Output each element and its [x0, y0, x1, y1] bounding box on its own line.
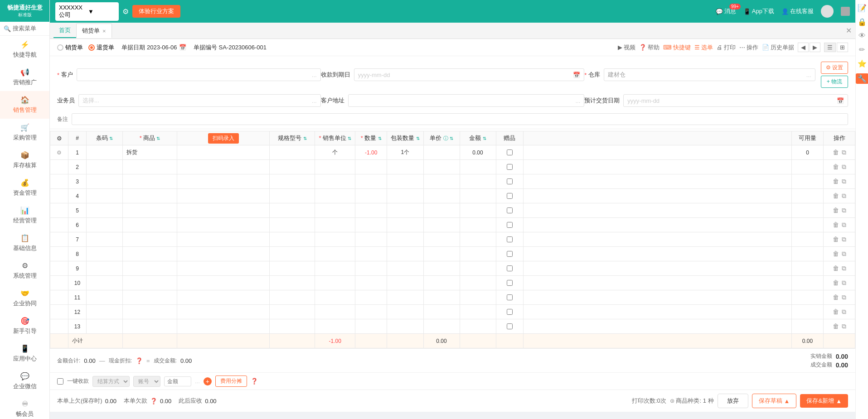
cell-amount[interactable]: 0.00: [460, 145, 496, 160]
logistics-btn[interactable]: + 物流+ 物流: [821, 76, 848, 88]
cell-unit[interactable]: [315, 160, 355, 174]
gift-checkbox[interactable]: [507, 265, 513, 271]
cell-spec[interactable]: [270, 319, 315, 334]
cell-amount[interactable]: [460, 305, 496, 319]
cell-amount[interactable]: [460, 290, 496, 305]
cell-product[interactable]: [123, 290, 177, 305]
trial-btn[interactable]: 体验行业方案: [132, 5, 180, 18]
cell-gift[interactable]: [496, 160, 523, 174]
cell-amount[interactable]: [460, 203, 496, 218]
sidebar-item-system[interactable]: ⚙ 系统管理: [0, 257, 49, 284]
copy-icon[interactable]: ⧉: [842, 236, 846, 243]
radio-sales[interactable]: 销货单: [57, 43, 83, 52]
copy-icon[interactable]: ⧉: [842, 149, 846, 156]
sidebar-item-capital[interactable]: 💰 资金管理: [0, 174, 49, 202]
cell-gift[interactable]: [496, 145, 523, 160]
gift-checkbox[interactable]: [507, 164, 513, 170]
amount-input[interactable]: [164, 376, 191, 386]
copy-icon[interactable]: ⧉: [842, 221, 846, 229]
cell-gift[interactable]: [496, 261, 523, 276]
delete-icon[interactable]: 🗑: [833, 221, 839, 229]
cell-gear[interactable]: ⚙: [50, 145, 68, 160]
cell-pack-qty[interactable]: [387, 203, 423, 218]
price-info-icon[interactable]: ⓘ: [443, 135, 448, 141]
operation-btn[interactable]: ⋯ 操作: [739, 43, 758, 52]
copy-icon[interactable]: ⧉: [842, 308, 846, 316]
sidebar-item-guide[interactable]: 🎯 新手引导: [0, 312, 49, 340]
sort-icon-pack[interactable]: ⇅: [416, 136, 420, 141]
delete-icon[interactable]: 🗑: [833, 236, 839, 243]
copy-icon[interactable]: ⧉: [842, 323, 846, 330]
payment-method-select[interactable]: 结算方式: [92, 376, 130, 387]
tab-close-all-btn[interactable]: ✕: [846, 26, 852, 35]
delete-icon[interactable]: 🗑: [833, 149, 839, 156]
sidebar-item-app-center[interactable]: 📱 应用中心: [0, 340, 49, 367]
delete-icon[interactable]: 🗑: [833, 163, 839, 171]
expected-date-input[interactable]: yyyy-mm-dd 📅: [623, 94, 848, 107]
gift-checkbox[interactable]: [507, 309, 513, 315]
sort-icon-amount[interactable]: ⇅: [483, 136, 486, 141]
expense-btn[interactable]: 费用分摊: [215, 376, 247, 387]
cell-spec[interactable]: [270, 261, 315, 276]
cell-unit[interactable]: [315, 290, 355, 305]
cell-price[interactable]: [423, 203, 460, 218]
address-input[interactable]: ...: [348, 94, 585, 107]
cell-price[interactable]: [423, 319, 460, 334]
cell-gift[interactable]: [496, 276, 523, 290]
sidebar-item-marketing[interactable]: 📢 营销推广: [0, 63, 49, 91]
cell-barcode[interactable]: [87, 319, 123, 334]
copy-icon[interactable]: ⧉: [842, 192, 846, 200]
cell-price[interactable]: [423, 276, 460, 290]
discount-help-icon[interactable]: ❓: [136, 357, 143, 364]
sidebar-item-purchase[interactable]: 🛒 采购管理: [0, 119, 49, 146]
cell-product[interactable]: [123, 160, 177, 174]
cell-pack-qty[interactable]: [387, 261, 423, 276]
sort-icon-unit[interactable]: ⇅: [348, 136, 351, 141]
customer-input[interactable]: ...: [77, 68, 321, 81]
rp-icon-3[interactable]: 👁: [858, 32, 866, 40]
tab-home[interactable]: 首页: [53, 24, 76, 38]
calendar-icon-2[interactable]: 📅: [573, 72, 580, 78]
cell-product[interactable]: [123, 319, 177, 334]
cell-product[interactable]: [123, 305, 177, 319]
company-selector[interactable]: XXXXXX公司 ▼: [55, 2, 119, 21]
cell-barcode[interactable]: [87, 261, 123, 276]
cell-product[interactable]: [123, 218, 177, 232]
cell-qty[interactable]: [355, 319, 387, 334]
cell-gift[interactable]: [496, 290, 523, 305]
cell-product[interactable]: [123, 247, 177, 261]
cell-barcode[interactable]: [87, 232, 123, 247]
discard-btn[interactable]: 放弃: [718, 394, 748, 408]
rp-icon-4[interactable]: ✏: [859, 45, 865, 54]
sort-icon-qty[interactable]: ⇅: [378, 136, 382, 141]
cell-unit[interactable]: [315, 305, 355, 319]
cell-gift[interactable]: [496, 189, 523, 203]
cell-qty[interactable]: [355, 218, 387, 232]
sidebar-item-quick-nav[interactable]: ⚡ 快捷导航: [0, 36, 49, 63]
copy-icon[interactable]: ⧉: [842, 207, 846, 214]
prev-btn[interactable]: ◀: [798, 43, 809, 52]
gift-checkbox[interactable]: [507, 251, 513, 257]
delete-icon[interactable]: 🗑: [833, 323, 839, 330]
cell-pack-qty[interactable]: [387, 232, 423, 247]
gift-checkbox[interactable]: [507, 207, 513, 213]
cell-barcode[interactable]: [87, 145, 123, 160]
cell-pack-qty[interactable]: [387, 247, 423, 261]
delete-icon[interactable]: 🗑: [833, 265, 839, 272]
cell-qty[interactable]: [355, 247, 387, 261]
cell-qty[interactable]: [355, 160, 387, 174]
video-btn[interactable]: ▶ 视频: [618, 43, 635, 52]
warehouse-input[interactable]: 建材仓 ...: [604, 68, 815, 81]
gift-checkbox[interactable]: [507, 178, 513, 184]
next-btn[interactable]: ▶: [810, 43, 820, 52]
cell-spec[interactable]: [270, 247, 315, 261]
cell-qty[interactable]: [355, 290, 387, 305]
cell-barcode[interactable]: [87, 276, 123, 290]
rp-icon-2[interactable]: 🔒: [858, 18, 867, 26]
rp-icon-6[interactable]: 🔧: [856, 73, 868, 84]
cell-spec[interactable]: [270, 145, 315, 160]
cell-pack-qty[interactable]: 1个: [387, 145, 423, 160]
add-item-btn[interactable]: +: [204, 377, 212, 385]
cell-barcode[interactable]: [87, 174, 123, 189]
cell-barcode[interactable]: [87, 203, 123, 218]
